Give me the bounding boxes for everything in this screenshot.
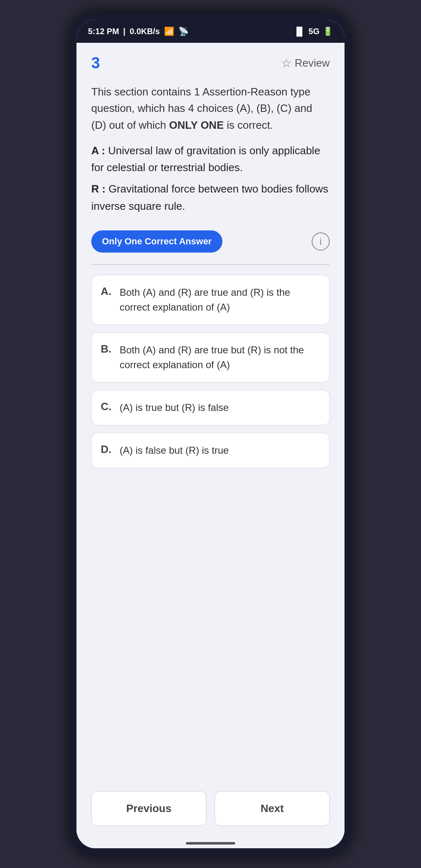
phone-screen: 5:12 PM | 0.0KB/s 📶 📡 ▐▌ 5G 🔋 3 ☆ Review (76, 20, 345, 848)
option-c-text: (A) is true but (R) is false (120, 400, 229, 415)
option-c-card[interactable]: C. (A) is true but (R) is false (91, 390, 330, 425)
instructions-suffix: is correct. (224, 119, 273, 131)
reason-label: R : (91, 183, 106, 195)
status-left: 5:12 PM | 0.0KB/s 📶 📡 (88, 26, 189, 36)
option-a-text: Both (A) and (R) are true and (R) is the… (120, 285, 320, 315)
instructions-bold: ONLY ONE (169, 119, 224, 131)
home-bar (186, 842, 235, 845)
option-c-letter: C. (101, 400, 112, 413)
reason-text: Gravitational force between two bodies f… (91, 183, 328, 212)
network-type: 5G (308, 27, 319, 36)
status-network: | (123, 27, 126, 36)
option-d-letter: D. (101, 443, 112, 456)
previous-button[interactable]: Previous (91, 791, 206, 826)
instructions-text: This section contains 1 Assertion-Reason… (91, 84, 330, 133)
bottom-navigation: Previous Next (91, 784, 330, 830)
home-indicator-area (76, 838, 345, 848)
option-d-card[interactable]: D. (A) is false but (R) is true (91, 433, 330, 468)
info-symbol: i (319, 236, 322, 247)
assertion-item: A : Universal law of gravitation is only… (91, 142, 330, 176)
network-bars-icon: ▐▌ (294, 27, 305, 36)
phone-frame: 5:12 PM | 0.0KB/s 📶 📡 ▐▌ 5G 🔋 3 ☆ Review (71, 12, 350, 856)
answer-type-badge[interactable]: Only One Correct Answer (91, 230, 222, 253)
badge-row: Only One Correct Answer i (91, 230, 330, 253)
option-b-letter: B. (101, 343, 112, 355)
review-button[interactable]: ☆ Review (281, 56, 330, 70)
review-label: Review (295, 57, 330, 70)
assertion-text: Universal law of gravitation is only app… (91, 144, 320, 174)
reason-item: R : Gravitational force between two bodi… (91, 181, 330, 215)
battery-level: 🔋 (323, 26, 333, 36)
option-d-text: (A) is false but (R) is true (120, 443, 229, 458)
option-b-text: Both (A) and (R) are true but (R) is not… (120, 343, 320, 372)
status-time: 5:12 PM (88, 27, 119, 36)
info-icon[interactable]: i (312, 232, 330, 251)
star-icon: ☆ (281, 56, 291, 70)
wifi-icon: 📡 (178, 26, 189, 36)
header-row: 3 ☆ Review (91, 54, 330, 72)
signal-icon: 📶 (164, 26, 174, 36)
question-number: 3 (91, 54, 100, 72)
option-a-letter: A. (101, 285, 112, 298)
assertion-reason-block: A : Universal law of gravitation is only… (91, 142, 330, 219)
status-right: ▐▌ 5G 🔋 (294, 26, 333, 36)
option-b-card[interactable]: B. Both (A) and (R) are true but (R) is … (91, 332, 330, 383)
assertion-label: A : (91, 144, 105, 157)
section-divider (91, 264, 330, 265)
options-list: A. Both (A) and (R) are true and (R) is … (91, 275, 330, 468)
content-area: 3 ☆ Review This section contains 1 Asser… (76, 43, 345, 838)
status-data-speed: 0.0KB/s (130, 27, 160, 36)
next-button[interactable]: Next (215, 791, 330, 826)
status-bar: 5:12 PM | 0.0KB/s 📶 📡 ▐▌ 5G 🔋 (76, 20, 345, 43)
option-a-card[interactable]: A. Both (A) and (R) are true and (R) is … (91, 275, 330, 325)
